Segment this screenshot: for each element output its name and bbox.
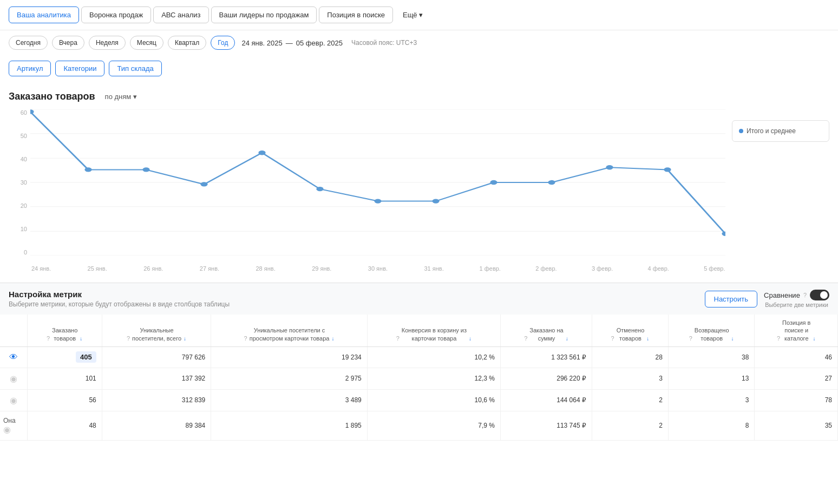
hide-icon[interactable]: ◉ [10, 374, 17, 383]
row-pos: 35 [755, 411, 838, 440]
row-prefix-cell: Она ◉ [0, 411, 27, 440]
configure-metrics-button[interactable]: Настроить [705, 291, 758, 307]
question-icon[interactable]: ? [611, 335, 614, 342]
nav-leaders[interactable]: Ваши лидеры по продажам [211, 6, 317, 23]
chevron-down-icon: ▾ [419, 11, 423, 19]
svg-point-12 [316, 187, 323, 191]
date-from: 24 янв. 2025 [241, 39, 282, 47]
nav-abc[interactable]: АВС анализ [153, 6, 208, 23]
th-unique-visitors: ? Уникальныепосетители, всего ↓ [102, 315, 211, 346]
question-icon: ? [803, 292, 807, 298]
hide-icon[interactable]: ◉ [3, 425, 11, 434]
period-week[interactable]: Неделя [89, 36, 126, 50]
row-cancelled: 2 [592, 411, 668, 440]
segment-category[interactable]: Категории [55, 61, 104, 76]
row-ordered: 56 [27, 389, 102, 411]
metrics-panel: Настройка метрик Выберите метрики, котор… [0, 283, 838, 315]
sort-arrow-icon[interactable]: ↓ [80, 335, 82, 342]
x-label-9: 2 февр. [535, 265, 557, 272]
th-card-visitors: ? Уникальные посетители спросмотром карт… [211, 315, 368, 346]
row-pos: 78 [755, 389, 838, 411]
question-icon[interactable]: ? [524, 335, 527, 342]
svg-point-14 [432, 199, 439, 203]
sort-arrow-icon[interactable]: ↓ [566, 335, 568, 342]
sort-arrow-icon[interactable]: ↓ [813, 335, 815, 342]
question-icon[interactable]: ? [396, 335, 400, 342]
table-row: 👁 405 797 626 19 234 10,2 % 1 323 561 ₽ … [0, 346, 838, 368]
row-unique: 312 839 [102, 389, 211, 411]
row-card: 2 975 [211, 368, 368, 389]
row-conv: 12,3 % [367, 368, 500, 389]
segment-article[interactable]: Артикул [9, 61, 51, 76]
x-label-1: 25 янв. [87, 265, 108, 272]
th-icon [0, 315, 27, 346]
x-label-5: 29 янв. [311, 265, 332, 272]
metrics-left: Настройка метрик Выберите метрики, котор… [9, 290, 705, 308]
eye-icon[interactable]: 👁 [9, 352, 18, 362]
top-nav: Ваша аналитика Воронка продаж АВС анализ… [0, 0, 838, 30]
row-icon-cell: ◉ [0, 368, 27, 389]
question-icon[interactable]: ? [47, 335, 50, 342]
date-range: 24 янв. 2025 — 05 февр. 2025 [241, 39, 343, 47]
th-cancelled: ? Отмененотоваров ↓ [592, 315, 668, 346]
x-label-12: 5 февр. [704, 265, 725, 272]
data-table: ? Заказанотоваров ↓ ? Уникальныепосетите… [0, 315, 838, 441]
x-label-6: 30 янв. [367, 265, 389, 272]
row-conv: 7,9 % [367, 411, 500, 440]
legend-label: Итого и среднее [747, 127, 796, 135]
comparison-label-row: Сравнение ? [764, 290, 829, 300]
row-sum: 296 220 ₽ [500, 368, 592, 389]
th-search-position: ? Позиция впоиске икаталоге ↓ [755, 315, 838, 346]
period-today[interactable]: Сегодня [9, 36, 48, 50]
svg-point-9 [142, 167, 149, 172]
period-quarter[interactable]: Квартал [168, 36, 206, 50]
y-label-50: 50 [21, 133, 27, 139]
svg-point-13 [374, 199, 381, 203]
row-returned: 3 [668, 389, 754, 411]
y-label-20: 20 [21, 202, 27, 209]
data-table-wrapper: ? Заказанотоваров ↓ ? Уникальныепосетите… [0, 315, 838, 441]
row-ordered: 48 [27, 411, 102, 440]
th-returned: ? Возвращенотоваров ↓ [668, 315, 754, 346]
question-icon[interactable]: ? [244, 335, 247, 342]
question-icon[interactable]: ? [689, 335, 692, 342]
comparison-toggle[interactable] [810, 290, 829, 300]
svg-point-11 [258, 150, 265, 155]
period-yesterday[interactable]: Вчера [52, 36, 84, 50]
hide-icon[interactable]: ◉ [10, 396, 17, 405]
sort-arrow-icon[interactable]: ↓ [646, 335, 649, 342]
y-label-0: 0 [24, 249, 27, 256]
x-label-3: 27 янв. [199, 265, 220, 272]
sort-arrow-icon[interactable]: ↓ [184, 335, 186, 342]
comparison-section: Сравнение ? Выберите две метрики [764, 290, 829, 308]
sort-arrow-icon[interactable]: ↓ [731, 335, 734, 342]
y-label-40: 40 [21, 156, 27, 162]
nav-search-position[interactable]: Позиция в поиске [319, 6, 393, 23]
row-card: 3 489 [211, 389, 368, 411]
row-unique: 137 392 [102, 368, 211, 389]
row-sum: 1 323 561 ₽ [500, 346, 592, 368]
chart-period-selector[interactable]: по дням ▾ [101, 90, 142, 103]
segment-warehouse[interactable]: Тип склада [109, 61, 161, 76]
nav-funnel[interactable]: Воронка продаж [81, 6, 151, 23]
table-header-row: ? Заказанотоваров ↓ ? Уникальныепосетите… [0, 315, 838, 346]
chart-section: Заказано товаров по дням ▾ 60 50 40 30 2… [0, 82, 838, 272]
sort-arrow-icon[interactable]: ↓ [469, 335, 472, 342]
sort-arrow-icon[interactable]: ↓ [331, 335, 334, 342]
row-card: 1 895 [211, 411, 368, 440]
period-year[interactable]: Год [211, 36, 235, 50]
row-returned: 38 [668, 346, 754, 368]
row-icon-cell: 👁 [0, 346, 27, 368]
nav-analytics[interactable]: Ваша аналитика [9, 6, 79, 23]
row-card: 19 234 [211, 346, 368, 368]
svg-point-18 [664, 167, 671, 172]
svg-point-10 [200, 182, 207, 186]
question-icon[interactable]: ? [127, 335, 130, 342]
svg-point-19 [722, 232, 725, 236]
question-icon[interactable]: ? [777, 335, 780, 342]
period-month[interactable]: Месяц [130, 36, 163, 50]
row-ordered: 405 [27, 346, 102, 368]
nav-more[interactable]: Ещё ▾ [395, 7, 430, 23]
th-conversion: ? Конверсия в корзину изкарточки товара … [367, 315, 500, 346]
y-label-30: 30 [21, 179, 27, 186]
